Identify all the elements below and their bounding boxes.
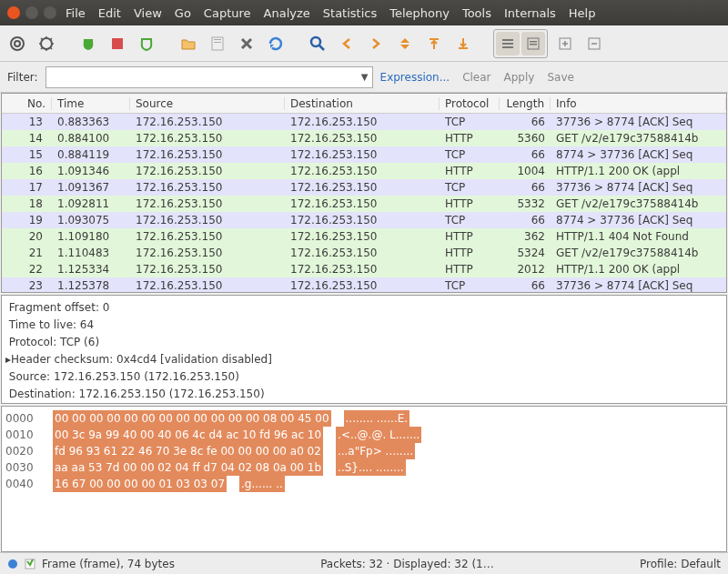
stop-capture-icon[interactable]	[106, 32, 129, 55]
interfaces-icon[interactable]	[5, 32, 29, 55]
capture-note-icon[interactable]	[24, 558, 36, 570]
packet-row[interactable]: 221.125334172.16.253.150172.16.253.150HT…	[2, 261, 726, 277]
detail-line[interactable]: [Source GeoIP: Unknown]	[5, 403, 717, 404]
expert-info-icon[interactable]	[7, 559, 18, 569]
filter-bar: Filter: ▼ Expression... Clear Apply Save	[0, 62, 728, 93]
titlebar: FileEditViewGoCaptureAnalyzeStatisticsTe…	[0, 0, 728, 25]
menubar: FileEditViewGoCaptureAnalyzeStatisticsTe…	[66, 6, 595, 20]
apply-link[interactable]: Apply	[504, 71, 535, 84]
go-back-icon[interactable]	[335, 32, 359, 55]
svg-rect-3	[112, 38, 123, 49]
hex-row[interactable]: 001000 3c 9a 99 40 00 40 06 4c d4 ac 10 …	[5, 427, 723, 443]
toolbar	[0, 25, 728, 62]
close-file-icon[interactable]	[235, 32, 258, 55]
menu-edit[interactable]: Edit	[98, 6, 121, 20]
start-capture-icon[interactable]	[76, 32, 100, 55]
svg-point-1	[15, 41, 20, 46]
svg-rect-5	[214, 39, 221, 40]
packet-row[interactable]: 181.092811172.16.253.150172.16.253.150HT…	[2, 196, 726, 212]
statusbar: Frame (frame), 74 bytes Packets: 32 · Di…	[0, 552, 728, 574]
menu-telephony[interactable]: Telephony	[389, 6, 450, 20]
hex-row[interactable]: 0030aa aa 53 7d 00 00 02 04 ff d7 04 02 …	[5, 459, 723, 476]
col-header-source[interactable]: Source	[130, 97, 285, 110]
hex-row[interactable]: 004016 67 00 00 00 00 01 03 03 07.g.....…	[5, 476, 723, 492]
detail-line[interactable]: Fragment offset: 0	[5, 299, 717, 317]
packet-row[interactable]: 231.125378172.16.253.150172.16.253.150TC…	[2, 277, 726, 292]
packet-list-header[interactable]: No. Time Source Destination Protocol Len…	[2, 94, 726, 114]
menu-help[interactable]: Help	[569, 6, 596, 20]
detail-line[interactable]: Destination: 172.16.253.150 (172.16.253.…	[5, 386, 717, 403]
detail-line[interactable]: Source: 172.16.253.150 (172.16.253.150)	[5, 368, 717, 386]
expression-link[interactable]: Expression...	[380, 71, 450, 84]
status-packets: Packets: 32 · Displayed: 32 (1…	[320, 558, 494, 570]
hex-row[interactable]: 000000 00 00 00 00 00 00 00 00 00 00 00 …	[5, 410, 723, 427]
packet-row[interactable]: 161.091346172.16.253.150172.16.253.150HT…	[2, 163, 726, 179]
filter-input[interactable]: ▼	[46, 66, 373, 88]
menu-internals[interactable]: Internals	[504, 6, 556, 20]
go-forward-icon[interactable]	[364, 32, 388, 55]
packet-row[interactable]: 140.884100172.16.253.150172.16.253.150HT…	[2, 130, 726, 146]
menu-statistics[interactable]: Statistics	[323, 6, 377, 20]
detail-line[interactable]: Protocol: TCP (6)	[5, 334, 717, 351]
col-header-no[interactable]: No.	[2, 97, 52, 110]
menu-tools[interactable]: Tools	[462, 6, 491, 20]
window-controls	[7, 6, 56, 19]
auto-scroll-icon[interactable]	[521, 32, 545, 55]
colorize-icon[interactable]	[496, 32, 520, 55]
options-icon[interactable]	[35, 32, 58, 55]
svg-rect-12	[530, 41, 537, 43]
svg-point-16	[8, 559, 17, 569]
status-frame: Frame (frame), 74 bytes	[42, 558, 175, 570]
minimize-icon[interactable]	[25, 6, 38, 19]
svg-rect-9	[502, 43, 513, 45]
col-header-protocol[interactable]: Protocol	[440, 97, 500, 110]
col-header-time[interactable]: Time	[52, 97, 130, 110]
clear-link[interactable]: Clear	[462, 71, 490, 84]
packet-list-pane[interactable]: No. Time Source Destination Protocol Len…	[1, 93, 727, 293]
close-icon[interactable]	[7, 6, 20, 19]
save-link[interactable]: Save	[547, 71, 573, 84]
menu-view[interactable]: View	[134, 6, 162, 20]
detail-line[interactable]: Time to live: 64	[5, 317, 717, 334]
zoom-out-icon[interactable]	[582, 32, 606, 55]
packet-details-pane[interactable]: Fragment offset: 0 Time to live: 64 Prot…	[1, 295, 727, 404]
hex-row[interactable]: 0020fd 96 93 61 22 46 70 3e 8c fe 00 00 …	[5, 443, 723, 459]
go-last-icon[interactable]	[451, 32, 475, 55]
svg-point-7	[311, 37, 320, 46]
chevron-down-icon[interactable]: ▼	[361, 72, 369, 82]
find-icon[interactable]	[306, 32, 329, 55]
svg-point-0	[11, 37, 24, 50]
open-file-icon[interactable]	[177, 32, 200, 55]
detail-line[interactable]: ▸Header checksum: 0x4cd4 [validation dis…	[5, 351, 717, 368]
packet-row[interactable]: 130.883363172.16.253.150172.16.253.150TC…	[2, 114, 726, 130]
filter-label: Filter:	[7, 71, 38, 84]
status-profile[interactable]: Profile: Default	[640, 558, 721, 570]
col-header-destination[interactable]: Destination	[285, 97, 440, 110]
go-to-packet-icon[interactable]	[393, 32, 417, 55]
restart-capture-icon[interactable]	[135, 32, 158, 55]
menu-go[interactable]: Go	[175, 6, 191, 20]
menu-capture[interactable]: Capture	[204, 6, 251, 20]
maximize-icon[interactable]	[44, 6, 56, 19]
svg-rect-6	[214, 42, 221, 43]
svg-point-2	[41, 38, 52, 49]
menu-file[interactable]: File	[66, 6, 86, 20]
menu-analyze[interactable]: Analyze	[264, 6, 310, 20]
packet-row[interactable]: 201.109180172.16.253.150172.16.253.150HT…	[2, 228, 726, 245]
packet-row[interactable]: 150.884119172.16.253.150172.16.253.150TC…	[2, 146, 726, 163]
col-header-length[interactable]: Length	[500, 97, 551, 110]
svg-rect-8	[502, 39, 513, 41]
go-first-icon[interactable]	[422, 32, 446, 55]
col-header-info[interactable]: Info	[551, 97, 726, 110]
svg-rect-13	[530, 44, 537, 45]
packet-bytes-pane[interactable]: 000000 00 00 00 00 00 00 00 00 00 00 00 …	[1, 406, 727, 552]
zoom-in-icon[interactable]	[553, 32, 577, 55]
save-file-icon[interactable]	[206, 32, 229, 55]
reload-icon[interactable]	[264, 32, 288, 55]
packet-row[interactable]: 211.110483172.16.253.150172.16.253.150HT…	[2, 245, 726, 261]
packet-row[interactable]: 171.091367172.16.253.150172.16.253.150TC…	[2, 179, 726, 196]
packet-rows[interactable]: 130.883363172.16.253.150172.16.253.150TC…	[2, 114, 726, 292]
svg-rect-10	[502, 46, 513, 48]
packet-row[interactable]: 191.093075172.16.253.150172.16.253.150TC…	[2, 212, 726, 228]
